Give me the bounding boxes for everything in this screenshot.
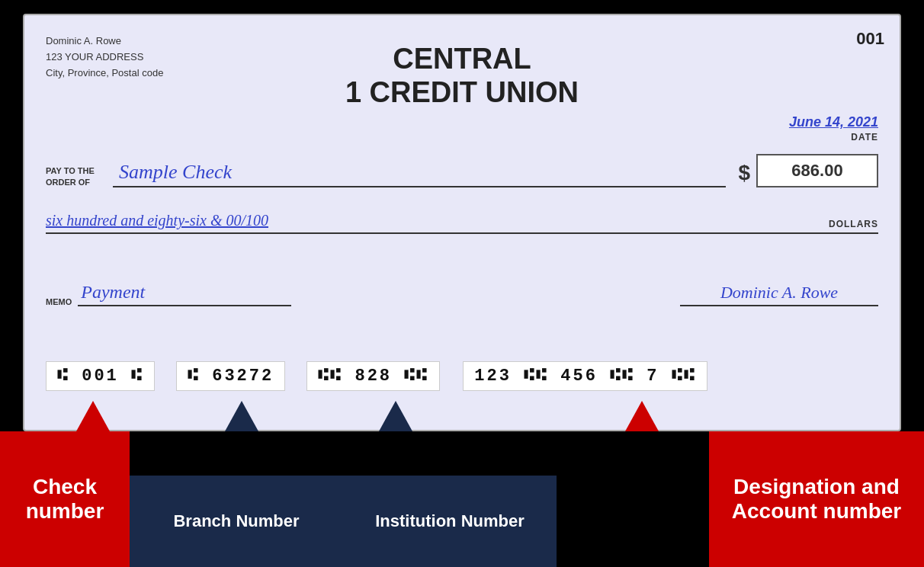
label-branch-number-text: Branch Number bbox=[173, 511, 299, 531]
sender-address: 123 YOUR ADDRESS bbox=[46, 50, 163, 66]
label-institution-number-text: Institution Number bbox=[375, 511, 525, 531]
memo-value: Payment bbox=[81, 282, 145, 302]
memo-label: MEMO bbox=[46, 297, 72, 306]
memo-left: MEMO Payment bbox=[46, 282, 291, 306]
pay-to-label: PAY TO THE ORDER OF bbox=[46, 165, 107, 187]
memo-section: MEMO Payment Dominic A. Rowe bbox=[46, 282, 878, 306]
bank-name: CENTRAL 1 CREDIT UNION bbox=[345, 43, 579, 109]
arrow-check-number bbox=[76, 401, 110, 431]
label-check-number: Check number bbox=[0, 431, 130, 567]
memo-line: Payment bbox=[78, 282, 291, 306]
label-branch-number: Branch Number bbox=[130, 476, 343, 567]
sender-info: Dominic A. Rowe 123 YOUR ADDRESS City, P… bbox=[46, 34, 163, 81]
check-image: 001 Dominic A. Rowe 123 YOUR ADDRESS Cit… bbox=[0, 0, 924, 567]
micr-check-number: ⑆ 001 ⑆ bbox=[46, 361, 155, 391]
label-account-number: Designation and Account number bbox=[709, 431, 924, 567]
arrow-institution-number bbox=[379, 401, 412, 431]
bank-name-line2: 1 CREDIT UNION bbox=[345, 76, 579, 110]
micr-account: 123 ⑆⑆ 456 ⑆⑆ 7 ⑆⑆ bbox=[463, 361, 707, 391]
bank-name-line1: CENTRAL bbox=[345, 43, 579, 76]
date-section: June 14, 2021 DATE bbox=[789, 114, 878, 143]
check-body: 001 Dominic A. Rowe 123 YOUR ADDRESS Cit… bbox=[23, 14, 901, 431]
payee-line: Sample Check bbox=[113, 161, 726, 187]
dollar-sign: $ bbox=[738, 161, 750, 187]
check-number-display: 001 bbox=[856, 29, 884, 49]
payee-name: Sample Check bbox=[119, 161, 232, 183]
date-label: DATE bbox=[789, 132, 878, 143]
micr-institution: ⑆⑆ 828 ⑆⑆ bbox=[306, 361, 440, 391]
written-amount: six hundred and eighty-six & 00/100 bbox=[46, 212, 268, 229]
label-check-number-text: Check number bbox=[26, 475, 104, 524]
written-amount-section: six hundred and eighty-six & 00/100 DOLL… bbox=[46, 212, 878, 234]
sender-city: City, Province, Postal code bbox=[46, 66, 163, 82]
signature-value: Dominic A. Rowe bbox=[720, 283, 838, 302]
label-institution-number: Institution Number bbox=[343, 476, 557, 567]
arrow-branch-number bbox=[225, 401, 258, 431]
sender-name: Dominic A. Rowe bbox=[46, 34, 163, 50]
dollars-label: DOLLARS bbox=[829, 219, 878, 229]
arrow-account-number bbox=[625, 401, 659, 431]
pay-section: PAY TO THE ORDER OF Sample Check $ 686.0… bbox=[46, 154, 878, 187]
micr-branch: ⑆ 63272 bbox=[176, 361, 285, 391]
date-value: June 14, 2021 bbox=[789, 114, 878, 130]
amount-box: 686.00 bbox=[756, 154, 878, 187]
signature-line: Dominic A. Rowe bbox=[680, 283, 878, 306]
micr-section: ⑆ 001 ⑆ ⑆ 63272 ⑆⑆ 828 ⑆⑆ 123 ⑆⑆ 456 ⑆⑆ … bbox=[46, 361, 878, 391]
label-account-number-text: Designation and Account number bbox=[732, 475, 901, 524]
